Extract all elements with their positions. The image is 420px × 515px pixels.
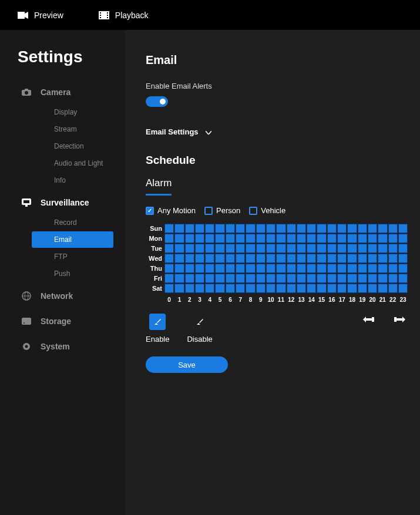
schedule-cell[interactable] [317,274,326,283]
schedule-cell[interactable] [174,274,184,283]
schedule-cell[interactable] [327,274,337,283]
schedule-cell[interactable] [246,264,255,273]
eraser-forward-icon[interactable] [393,314,407,325]
disable-tool[interactable]: Disable [187,314,212,344]
schedule-cell[interactable] [398,254,408,263]
schedule-cell[interactable] [246,284,255,293]
schedule-cell[interactable] [368,284,377,293]
schedule-cell[interactable] [164,234,174,243]
nav-display[interactable]: Display [32,104,113,120]
enable-email-toggle[interactable] [146,96,168,107]
schedule-cell[interactable] [297,284,306,293]
schedule-cell[interactable] [398,244,408,253]
schedule-cell[interactable] [266,224,275,233]
schedule-cell[interactable] [317,264,326,273]
schedule-cell[interactable] [297,244,306,253]
schedule-cell[interactable] [215,284,224,293]
nav-detection[interactable]: Detection [32,138,113,154]
schedule-cell[interactable] [164,254,174,263]
nav-record[interactable]: Record [32,214,113,231]
schedule-cell[interactable] [358,264,367,273]
schedule-cell[interactable] [185,274,194,283]
schedule-cell[interactable] [368,244,377,253]
email-settings-expander[interactable]: Email Settings [146,127,420,136]
schedule-cell[interactable] [246,224,255,233]
schedule-cell[interactable] [164,284,174,293]
schedule-cell[interactable] [236,234,245,243]
schedule-cell[interactable] [337,224,347,233]
schedule-cell[interactable] [287,224,296,233]
schedule-cell[interactable] [297,224,306,233]
schedule-cell[interactable] [307,274,316,283]
schedule-cell[interactable] [195,284,204,293]
schedule-cell[interactable] [307,284,316,293]
schedule-cell[interactable] [256,234,266,243]
schedule-cell[interactable] [226,274,235,283]
schedule-cell[interactable] [368,234,377,243]
schedule-cell[interactable] [185,264,194,273]
schedule-cell[interactable] [347,224,357,233]
schedule-cell[interactable] [164,274,174,283]
schedule-cell[interactable] [337,284,347,293]
schedule-cell[interactable] [388,234,398,243]
nav-ftp[interactable]: FTP [32,248,113,265]
schedule-cell[interactable] [388,284,398,293]
nav-push[interactable]: Push [32,265,113,282]
schedule-cell[interactable] [358,254,367,263]
schedule-cell[interactable] [368,254,377,263]
schedule-cell[interactable] [378,274,387,283]
schedule-cell[interactable] [164,244,174,253]
schedule-cell[interactable] [388,244,398,253]
schedule-cell[interactable] [174,224,184,233]
schedule-cell[interactable] [327,234,337,243]
schedule-cell[interactable] [195,254,204,263]
schedule-cell[interactable] [256,244,266,253]
tab-alarm[interactable]: Alarm [146,177,172,196]
schedule-cell[interactable] [236,224,245,233]
schedule-cell[interactable] [347,254,357,263]
schedule-cell[interactable] [317,284,326,293]
schedule-cell[interactable] [287,234,296,243]
schedule-cell[interactable] [347,264,357,273]
schedule-cell[interactable] [327,254,337,263]
schedule-cell[interactable] [195,274,204,283]
schedule-cell[interactable] [174,264,184,273]
schedule-cell[interactable] [185,244,194,253]
schedule-cell[interactable] [358,284,367,293]
schedule-cell[interactable] [307,264,316,273]
schedule-cell[interactable] [246,234,255,243]
schedule-cell[interactable] [236,264,245,273]
schedule-cell[interactable] [287,274,296,283]
schedule-cell[interactable] [378,254,387,263]
schedule-cell[interactable] [236,244,245,253]
schedule-cell[interactable] [185,234,194,243]
enable-tool[interactable]: Enable [146,314,169,344]
schedule-cell[interactable] [297,234,306,243]
schedule-cell[interactable] [358,234,367,243]
schedule-cell[interactable] [226,224,235,233]
schedule-cell[interactable] [276,234,285,243]
nav-surveillance[interactable]: Surveillance [0,191,125,214]
schedule-cell[interactable] [276,284,285,293]
schedule-cell[interactable] [256,264,266,273]
schedule-cell[interactable] [317,244,326,253]
schedule-cell[interactable] [337,244,347,253]
schedule-cell[interactable] [307,224,316,233]
schedule-cell[interactable] [215,234,224,243]
schedule-cell[interactable] [266,234,275,243]
schedule-cell[interactable] [347,284,357,293]
schedule-cell[interactable] [226,254,235,263]
schedule-cell[interactable] [215,274,224,283]
tab-preview[interactable]: Preview [18,10,63,21]
nav-storage[interactable]: Storage [0,310,125,332]
tab-playback[interactable]: Playback [99,10,149,21]
schedule-cell[interactable] [276,244,285,253]
schedule-cell[interactable] [246,274,255,283]
schedule-cell[interactable] [174,244,184,253]
schedule-cell[interactable] [287,254,296,263]
schedule-cell[interactable] [327,264,337,273]
schedule-cell[interactable] [368,224,377,233]
schedule-cell[interactable] [307,234,316,243]
schedule-cell[interactable] [307,254,316,263]
nav-audio-light[interactable]: Audio and Light [32,155,113,171]
